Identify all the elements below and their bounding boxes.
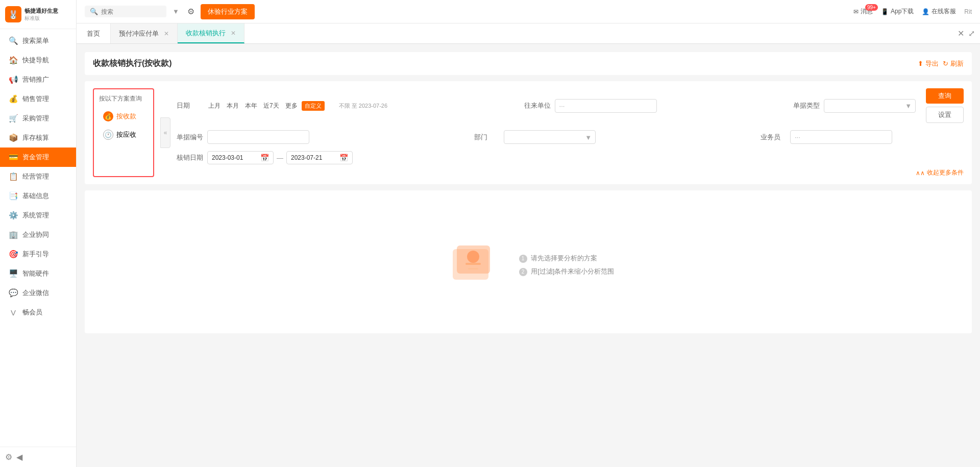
dept-select[interactable] xyxy=(504,130,596,144)
tab-prepay[interactable]: 预付冲应付单 ✕ xyxy=(111,23,178,43)
date-btn-7days[interactable]: 近7天 xyxy=(261,101,281,111)
filter-receipt-icon: 💰 xyxy=(103,111,113,121)
doctype-select[interactable] xyxy=(824,99,916,113)
sidebar-item-wechat[interactable]: 💬企业微信 xyxy=(0,283,76,303)
finance-icon: 💳 xyxy=(8,153,18,162)
industry-btn[interactable]: 休验行业方案 xyxy=(201,4,255,19)
refresh-btn[interactable]: ↻ 刷新 xyxy=(943,59,964,68)
operation-label: 经营管理 xyxy=(22,172,49,181)
query-btn[interactable]: 查询 xyxy=(926,88,964,104)
sidebar-bottom: ⚙ ◀ xyxy=(0,447,76,467)
topbar: 🔍 ▼ ⚙ 休验行业方案 ✉ 消息 99+ 📱 App下载 👤 在线客服 Rit xyxy=(77,0,980,23)
verify-date-field: 核销日期 2023-03-01 📅 — 2023-07-21 xyxy=(177,151,353,164)
tab-home[interactable]: 首页 xyxy=(77,23,111,43)
sidebar-item-hardware[interactable]: 🖥️智能硬件 xyxy=(0,264,76,283)
sidebar-item-search[interactable]: 🔍搜索菜单 xyxy=(0,31,76,51)
filter-sidebar-title: 按以下方案查询 xyxy=(99,94,148,103)
filter-receipt-label: 按收款 xyxy=(116,112,136,121)
date-btn-custom[interactable]: 自定义 xyxy=(302,101,325,111)
doctype-label: 单据类型 xyxy=(793,101,820,110)
svg-point-2 xyxy=(467,251,479,263)
sidebar-item-inventory[interactable]: 📦库存核算 xyxy=(0,128,76,148)
search-input[interactable] xyxy=(101,8,152,15)
collapse-arrow-icon: « xyxy=(164,129,167,136)
app-label: App下载 xyxy=(891,7,914,16)
sidebar-item-operation[interactable]: 📋经营管理 xyxy=(0,167,76,186)
tab-verify-close[interactable]: ✕ xyxy=(231,30,236,37)
message-badge: 99+ xyxy=(865,4,878,11)
wechat-label: 企业微信 xyxy=(22,288,49,298)
docno-input[interactable] xyxy=(207,130,309,144)
inventory-icon: 📦 xyxy=(8,133,18,142)
tab-close-window-btn[interactable]: ✕ xyxy=(958,29,964,38)
empty-container: 1 请先选择要分析的方案 2 用[过滤]条件来缩小分析范围 xyxy=(443,231,615,292)
marketing-label: 营销推广 xyxy=(22,75,49,84)
filter-collapse-btn[interactable]: « xyxy=(160,117,170,148)
sidebar-item-purchase[interactable]: 🛒采购管理 xyxy=(0,109,76,128)
tab-fullscreen-btn[interactable]: ⤢ xyxy=(968,29,975,38)
user-name[interactable]: Rit xyxy=(964,8,972,15)
calendar-end-icon[interactable]: 📅 xyxy=(339,154,348,162)
topbar-search[interactable]: 🔍 xyxy=(85,6,166,17)
partner-label: 往来单位 xyxy=(524,101,551,110)
date-btn-this-year[interactable]: 本年 xyxy=(243,101,259,111)
date-btn-more[interactable]: 更多 xyxy=(283,101,300,111)
dropdown-icon[interactable]: ▼ xyxy=(173,8,179,15)
collapse-more-btn[interactable]: ∧∧ 收起更多条件 xyxy=(916,168,964,177)
hardware-label: 智能硬件 xyxy=(22,269,49,278)
filter-option-by-receipt[interactable]: 💰 按收款 xyxy=(99,108,148,125)
empty-svg xyxy=(443,231,504,292)
sidebar-item-marketing[interactable]: 📢营销推广 xyxy=(0,70,76,89)
wechat-icon: 💬 xyxy=(8,288,18,298)
message-btn[interactable]: ✉ 消息 99+ xyxy=(853,7,873,16)
export-icon: ⬆ xyxy=(918,60,923,67)
partner-input[interactable]: ··· xyxy=(555,99,657,113)
sidebar-item-guide[interactable]: 🎯新手引导 xyxy=(0,244,76,264)
staff-input[interactable]: ··· xyxy=(790,130,892,144)
hint-num-1: 1 xyxy=(519,255,527,263)
sidebar-item-basic-info[interactable]: 📑基础信息 xyxy=(0,186,76,206)
sales-icon: 💰 xyxy=(8,94,18,104)
sidebar-item-quick-nav[interactable]: 🏠快捷导航 xyxy=(0,51,76,70)
sidebar-item-sales[interactable]: 💰销售管理 xyxy=(0,89,76,109)
verify-date-start-value: 2023-03-01 xyxy=(212,154,243,161)
tabs-bar: 首页 预付冲应付单 ✕ 收款核销执行 ✕ ✕ ⤢ xyxy=(77,23,980,44)
sidebar-item-member[interactable]: V畅会员 xyxy=(0,303,76,322)
collapse-icon[interactable]: ◀ xyxy=(16,452,22,462)
collapse-more: ∧∧ 收起更多条件 xyxy=(177,168,964,177)
settings-icon[interactable]: ⚙ xyxy=(5,452,12,462)
tab-verify[interactable]: 收款核销执行 ✕ xyxy=(178,23,244,43)
logo-badge: 标准版 xyxy=(24,15,58,22)
collapse-up-icon: ∧∧ xyxy=(916,169,925,177)
calendar-start-icon[interactable]: 📅 xyxy=(260,154,269,162)
date-hint: 不限 至 2023-07-26 xyxy=(339,102,387,110)
date-btn-this-month[interactable]: 本月 xyxy=(225,101,241,111)
refresh-label: 刷新 xyxy=(950,59,964,68)
empty-illustration xyxy=(443,231,504,292)
filter-option-by-receivable[interactable]: 🕐 按应收 xyxy=(99,127,148,143)
verify-date-start[interactable]: 2023-03-01 📅 xyxy=(207,151,274,164)
sidebar-item-enterprise[interactable]: 🏢企业协同 xyxy=(0,225,76,244)
sidebar-logo: 🐰 畅捷通好生意 标准版 xyxy=(0,0,76,29)
finance-label: 资金管理 xyxy=(22,153,49,162)
enterprise-label: 企业协同 xyxy=(22,230,49,239)
empty-hint-1: 1 请先选择要分析的方案 xyxy=(519,252,615,265)
basic-info-icon: 📑 xyxy=(8,191,18,201)
form-row-3: 核销日期 2023-03-01 📅 — 2023-07-21 xyxy=(177,151,964,164)
settings-btn[interactable]: 设置 xyxy=(926,107,964,123)
verify-date-end[interactable]: 2023-07-21 📅 xyxy=(286,151,353,164)
app-download-btn[interactable]: 📱 App下载 xyxy=(881,7,914,16)
member-label: 畅会员 xyxy=(22,308,42,317)
sidebar-item-finance[interactable]: 💳资金管理 xyxy=(0,148,76,167)
export-btn[interactable]: ⬆ 导出 xyxy=(918,59,939,68)
date-btn-last-month[interactable]: 上月 xyxy=(206,101,223,111)
search-icon: 🔍 xyxy=(8,36,18,45)
app-icon: 📱 xyxy=(881,8,889,15)
online-service-btn[interactable]: 👤 在线客服 xyxy=(922,7,956,16)
filter-receivable-icon: 🕐 xyxy=(103,130,113,140)
tab-prepay-close[interactable]: ✕ xyxy=(164,30,169,37)
sidebar-item-system[interactable]: ⚙️系统管理 xyxy=(0,206,76,225)
verify-date-label: 核销日期 xyxy=(177,153,203,162)
topbar-gear-icon[interactable]: ⚙ xyxy=(187,7,194,16)
logo-icon: 🐰 xyxy=(5,6,21,22)
